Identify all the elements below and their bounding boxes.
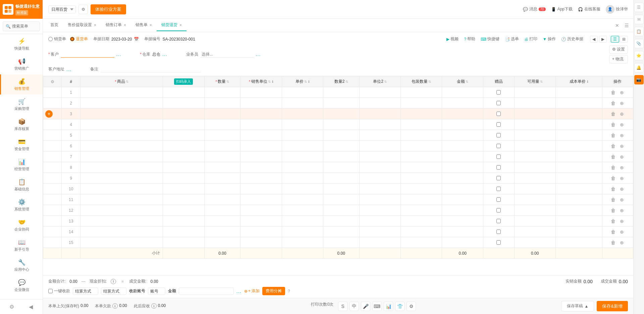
row-unit2-cell[interactable] bbox=[359, 237, 400, 248]
delete-row-button[interactable]: 🗑 bbox=[609, 196, 617, 203]
shortcut-btn[interactable]: ⌨ 快捷键 bbox=[479, 36, 501, 43]
user-menu-button[interactable]: 👤 徐泽华 bbox=[606, 5, 628, 14]
salesman-input[interactable] bbox=[200, 51, 254, 58]
receivable-info-icon[interactable]: ℹ bbox=[151, 303, 157, 309]
trial-button[interactable]: 体验行业方案 bbox=[91, 4, 126, 14]
row-gift-cell[interactable] bbox=[483, 205, 514, 216]
gift-checkbox[interactable] bbox=[496, 197, 501, 202]
row-pack-cell[interactable] bbox=[400, 173, 442, 184]
delete-row-button[interactable]: 🗑 bbox=[609, 132, 617, 139]
row-unit-cell[interactable] bbox=[240, 216, 282, 227]
row-price-cell[interactable] bbox=[282, 87, 323, 98]
customer-input[interactable] bbox=[61, 51, 114, 58]
sidebar-item-finance[interactable]: 💳 资金管理 bbox=[0, 135, 43, 155]
tab-sales-return[interactable]: 销货退货 × bbox=[157, 19, 186, 31]
row-product-cell[interactable] bbox=[80, 162, 163, 173]
copy-row-button[interactable]: ⊕ bbox=[618, 196, 626, 203]
row-qty2-cell[interactable] bbox=[323, 227, 359, 237]
expense-help-icon[interactable]: ? bbox=[288, 289, 290, 294]
right-panel-btn-4[interactable]: 📎 bbox=[634, 39, 644, 48]
radio-sales[interactable]: 销货单 bbox=[48, 36, 66, 42]
gift-checkbox[interactable] bbox=[496, 112, 501, 116]
row-qty2-cell[interactable] bbox=[323, 151, 359, 162]
row-qty-cell[interactable] bbox=[204, 151, 240, 162]
sidebar-item-basics[interactable]: 📋 基础信息 bbox=[0, 175, 43, 195]
right-panel-btn-5[interactable]: ⭐ bbox=[634, 51, 644, 60]
settlement-select[interactable]: 结算方式 bbox=[101, 288, 126, 295]
row-product-cell[interactable] bbox=[80, 227, 163, 237]
sort-icon[interactable]: ⇅ bbox=[428, 80, 431, 83]
row-product-cell[interactable] bbox=[80, 184, 163, 194]
row-amount-cell[interactable] bbox=[442, 162, 483, 173]
row-product-cell[interactable] bbox=[80, 173, 163, 184]
row-qty-cell[interactable] bbox=[204, 194, 240, 205]
row-price-cell[interactable] bbox=[282, 151, 323, 162]
row-pack-cell[interactable] bbox=[400, 141, 442, 151]
app-download-button[interactable]: 📱 App下载 bbox=[551, 6, 573, 12]
tab-close-icon[interactable]: × bbox=[94, 23, 96, 27]
right-panel-btn-1[interactable]: ☰ bbox=[634, 3, 644, 12]
customer-service-button[interactable]: 🎧 在线客服 bbox=[578, 6, 600, 12]
row-unit-cell[interactable] bbox=[240, 173, 282, 184]
select-doc-btn[interactable]: 📑 选单 bbox=[503, 36, 520, 43]
salesman-select-icon[interactable]: ... bbox=[256, 52, 261, 57]
list-view-button[interactable]: ☰ bbox=[611, 36, 619, 43]
delete-row-button[interactable]: 🗑 bbox=[609, 175, 617, 182]
delete-row-button[interactable]: 🗑 bbox=[609, 89, 617, 96]
row-qty2-cell[interactable] bbox=[323, 109, 359, 119]
copy-row-button[interactable]: ⊕ bbox=[618, 100, 626, 107]
row-qty-cell[interactable] bbox=[204, 87, 240, 98]
row-amount-cell[interactable] bbox=[442, 119, 483, 130]
row-gift-cell[interactable] bbox=[483, 194, 514, 205]
row-product-cell[interactable] bbox=[80, 194, 163, 205]
amount-input[interactable] bbox=[179, 288, 234, 295]
add-row-button[interactable]: + bbox=[45, 110, 53, 118]
row-gift-cell[interactable] bbox=[483, 87, 514, 98]
footer-icon-btn-5[interactable]: 📊 bbox=[384, 302, 393, 311]
row-qty-cell[interactable] bbox=[204, 109, 240, 119]
row-qty-cell[interactable] bbox=[204, 98, 240, 109]
sort-icon[interactable]: ⇅ bbox=[226, 80, 229, 83]
sort-icon[interactable]: ⇅ bbox=[540, 80, 543, 83]
row-unit-cell[interactable] bbox=[240, 151, 282, 162]
copy-row-button[interactable]: ⊕ bbox=[618, 175, 626, 182]
gift-checkbox[interactable] bbox=[496, 240, 501, 245]
radio-return[interactable]: 退货单 bbox=[70, 36, 88, 42]
row-unit2-cell[interactable] bbox=[359, 184, 400, 194]
right-panel-btn-active[interactable]: 📷 bbox=[634, 75, 644, 84]
row-gift-cell[interactable] bbox=[483, 162, 514, 173]
row-unit-cell[interactable] bbox=[240, 227, 282, 237]
row-price-cell[interactable] bbox=[282, 141, 323, 151]
copy-row-button[interactable]: ⊕ bbox=[618, 132, 626, 139]
row-amount-cell[interactable] bbox=[442, 141, 483, 151]
row-unit2-cell[interactable] bbox=[359, 151, 400, 162]
row-pack-cell[interactable] bbox=[400, 184, 442, 194]
row-price-cell[interactable] bbox=[282, 237, 323, 248]
row-gift-cell[interactable] bbox=[483, 216, 514, 227]
row-gift-cell[interactable] bbox=[483, 227, 514, 237]
row-gift-cell[interactable] bbox=[483, 151, 514, 162]
row-product-cell[interactable] bbox=[80, 141, 163, 151]
next-record-button[interactable]: ▶ bbox=[599, 36, 607, 43]
sidebar-item-system[interactable]: ⚙️ 系统管理 bbox=[0, 195, 43, 215]
delete-row-button[interactable]: 🗑 bbox=[609, 153, 617, 161]
row-unit2-cell[interactable] bbox=[359, 130, 400, 141]
row-unit2-cell[interactable] bbox=[359, 119, 400, 130]
copy-row-button[interactable]: ⊕ bbox=[618, 207, 626, 214]
row-unit2-cell[interactable] bbox=[359, 216, 400, 227]
row-price-cell[interactable] bbox=[282, 205, 323, 216]
row-unit2-cell[interactable] bbox=[359, 87, 400, 98]
row-gift-cell[interactable] bbox=[483, 109, 514, 119]
print-btn[interactable]: 🖨 打印 bbox=[523, 36, 539, 43]
row-amount-cell[interactable] bbox=[442, 130, 483, 141]
row-unit-cell[interactable] bbox=[240, 130, 282, 141]
one-click-pay-checkbox[interactable] bbox=[48, 289, 53, 293]
row-unit2-cell[interactable] bbox=[359, 162, 400, 173]
delete-row-button[interactable]: 🗑 bbox=[609, 121, 617, 128]
row-pack-cell[interactable] bbox=[400, 237, 442, 248]
row-pack-cell[interactable] bbox=[400, 98, 442, 109]
row-price-cell[interactable] bbox=[282, 98, 323, 109]
gift-checkbox[interactable] bbox=[496, 208, 501, 212]
row-qty-cell[interactable] bbox=[204, 184, 240, 194]
row-qty-cell[interactable] bbox=[204, 162, 240, 173]
